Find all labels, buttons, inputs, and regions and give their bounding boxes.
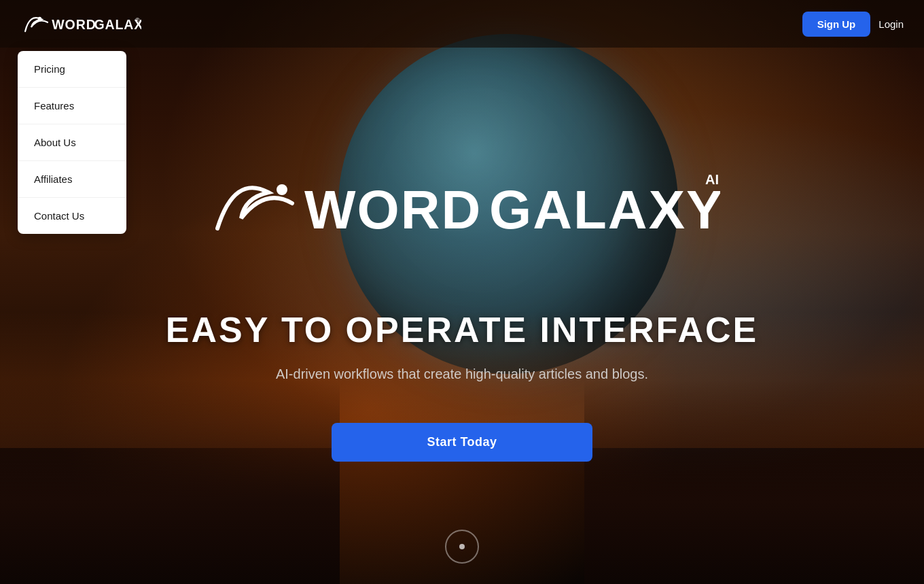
svg-text:GALAXY: GALAXY: [489, 179, 720, 240]
navbar: WORD GALAXY ® Sign Up Login: [0, 0, 924, 48]
scroll-indicator[interactable]: [445, 530, 479, 564]
menu-item-about[interactable]: About Us: [18, 124, 126, 161]
hero-subtitle: AI-driven workflows that create high-qua…: [276, 366, 648, 382]
svg-text:WORD: WORD: [52, 17, 96, 32]
hero-content: WORD GALAXY AI EASY TO OPERATE INTERFACE…: [0, 0, 924, 584]
svg-text:®: ®: [135, 16, 141, 24]
menu-item-contact[interactable]: Contact Us: [18, 198, 126, 234]
signup-button[interactable]: Sign Up: [802, 12, 871, 37]
menu-item-features[interactable]: Features: [18, 88, 126, 124]
dropdown-menu: Pricing Features About Us Affiliates Con…: [18, 51, 126, 234]
start-today-button[interactable]: Start Today: [332, 423, 592, 462]
svg-text:GALAXY: GALAXY: [94, 17, 141, 32]
menu-item-affiliates[interactable]: Affiliates: [18, 161, 126, 198]
svg-text:AI: AI: [705, 172, 719, 187]
svg-point-0: [38, 17, 41, 20]
scroll-dot: [459, 544, 465, 549]
nav-buttons: Sign Up Login: [802, 12, 904, 37]
svg-text:WORD: WORD: [304, 179, 482, 240]
login-button[interactable]: Login: [878, 18, 904, 30]
logo[interactable]: WORD GALAXY ®: [20, 10, 141, 37]
svg-point-4: [277, 184, 287, 195]
hero-logo: WORD GALAXY AI: [204, 164, 720, 255]
hero-title: EASY TO OPERATE INTERFACE: [166, 309, 758, 350]
menu-item-pricing[interactable]: Pricing: [18, 51, 126, 88]
